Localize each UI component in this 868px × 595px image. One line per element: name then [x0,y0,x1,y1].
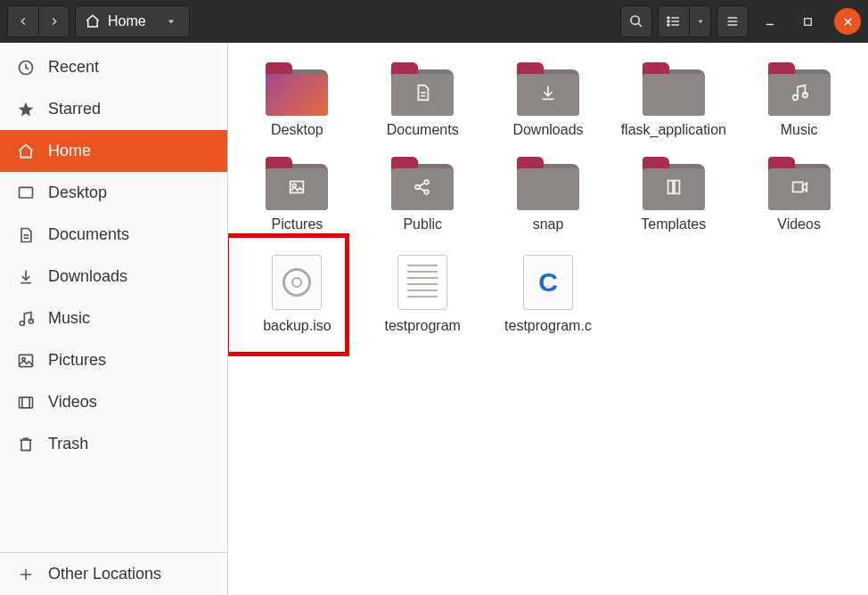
view-group [658,5,711,37]
sidebar-item-other-locations[interactable]: Other Locations [0,552,227,595]
view-list-button[interactable] [659,6,689,37]
sidebar-item-label: Pictures [48,351,106,370]
path-label: Home [108,13,146,29]
sidebar-item-desktop[interactable]: Desktop [0,172,227,214]
folder-flask-application[interactable]: flask_application [615,59,732,144]
sidebar-item-label: Documents [48,225,129,244]
sidebar-item-music[interactable]: Music [0,298,227,339]
item-label: Pictures [272,216,323,233]
path-bar[interactable]: Home [75,5,190,37]
sidebar-item-trash[interactable]: Trash [0,423,227,465]
folder-desktop[interactable]: Desktop [239,59,356,144]
sidebar-item-pictures[interactable]: Pictures [0,339,227,381]
svg-line-43 [420,188,425,192]
folder-music[interactable]: Music [741,59,857,144]
folder-videos[interactable]: Videos [741,153,857,239]
svg-rect-44 [667,181,673,194]
forward-button[interactable] [38,6,69,37]
close-button[interactable] [834,8,861,35]
svg-rect-45 [675,181,680,194]
sidebar-item-label: Videos [48,393,97,412]
sidebar-item-videos[interactable]: Videos [0,381,227,423]
chevron-left-icon [17,15,29,28]
item-label: backup.iso [263,317,332,335]
svg-marker-18 [19,102,34,116]
folder-icon [768,69,831,116]
svg-rect-25 [20,355,33,366]
titlebar: Home [0,0,868,43]
file-grid: Desktop Documents Downloads flask_applic… [239,59,857,340]
sidebar-item-label: Desktop [48,183,107,202]
minimize-button[interactable] [754,5,786,37]
folder-icon [643,69,705,116]
sidebar-item-label: Music [48,309,90,328]
maximize-button[interactable] [791,5,823,37]
trash-icon [16,436,36,453]
search-icon [629,14,643,29]
svg-point-7 [667,20,669,22]
sidebar-item-starred[interactable]: Starred [0,88,227,130]
videos-icon [16,394,36,412]
sidebar-item-label: Recent [48,58,99,77]
folder-icon [517,69,579,116]
item-label: Public [403,216,442,233]
path-dropdown-icon [166,16,176,27]
star-icon [16,101,36,118]
item-label: Downloads [512,121,583,139]
share-glyph-icon [391,164,454,210]
svg-rect-37 [291,182,304,193]
sidebar-item-home[interactable]: Home [0,130,227,172]
file-backup-iso[interactable]: backup.iso [239,248,356,340]
item-label: Videos [777,216,821,233]
svg-rect-19 [20,187,33,198]
svg-rect-27 [20,397,33,408]
downloads-icon [16,268,36,286]
search-button[interactable] [621,6,651,37]
c-source-file-icon: C [523,255,573,310]
svg-rect-46 [792,183,802,192]
sidebar-item-label: Downloads [48,267,127,286]
back-button[interactable] [8,6,38,37]
folder-icon [266,69,328,116]
sidebar-item-downloads[interactable]: Downloads [0,256,227,298]
nav-back-forward [7,5,70,37]
iso-file-icon [272,255,322,310]
plus-icon [16,566,36,583]
view-dropdown-button[interactable] [689,6,710,37]
svg-marker-0 [168,20,174,24]
sidebar-item-recent[interactable]: Recent [0,46,227,88]
folder-icon [517,164,579,210]
home-icon [16,143,36,160]
folder-templates[interactable]: Templates [615,153,732,239]
video-glyph-icon [768,164,831,210]
file-testprogram-c[interactable]: C testprogram.c [490,248,607,340]
folder-snap[interactable]: snap [490,153,607,239]
folder-public[interactable]: Public [364,153,481,239]
list-icon [667,14,681,29]
folder-pictures[interactable]: Pictures [239,153,356,239]
file-testprogram[interactable]: testprogram [364,248,481,340]
folder-documents[interactable]: Documents [364,59,481,144]
pictures-icon [16,352,36,370]
item-label: Desktop [271,121,323,139]
folder-icon [391,164,454,210]
item-label: flask_application [621,121,726,139]
document-glyph-icon [391,69,454,116]
folder-downloads[interactable]: Downloads [490,59,607,144]
folder-icon [391,69,454,116]
svg-point-1 [631,16,639,24]
sidebar-item-label: Trash [48,435,88,453]
svg-point-8 [667,24,669,26]
chevron-down-icon [696,17,705,26]
svg-marker-47 [802,183,807,191]
music-glyph-icon [768,69,831,116]
sidebar-item-documents[interactable]: Documents [0,214,227,256]
sidebar: Recent Starred Home Desktop Documents Do… [0,43,228,595]
hamburger-menu-button[interactable] [717,6,748,37]
c-glyph-icon: C [538,267,558,298]
svg-line-42 [420,183,425,186]
menu-group [717,5,749,37]
home-icon [85,13,101,29]
music-icon [16,310,36,328]
text-file-icon [397,255,447,310]
